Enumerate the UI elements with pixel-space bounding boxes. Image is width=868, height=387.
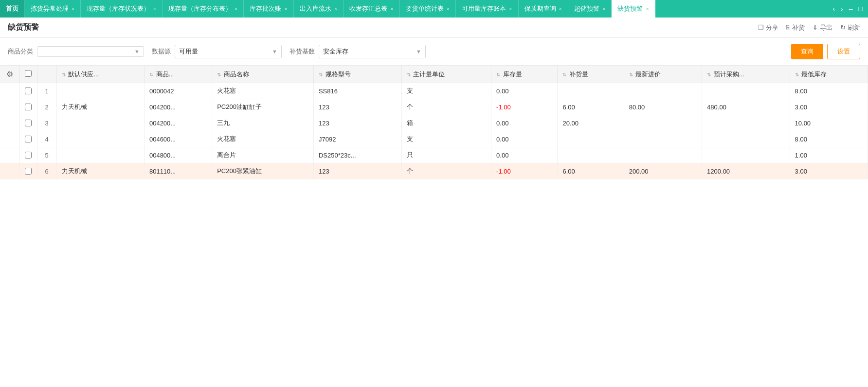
- datasource-select-arrow: ▼: [272, 49, 277, 54]
- replenish-sort-icon: ⇅: [562, 72, 566, 77]
- refresh-action[interactable]: ↻ 刷新: [840, 23, 860, 32]
- row-settings-cell: [0, 99, 19, 115]
- tab-11[interactable]: 缺货预警 ×: [612, 0, 655, 18]
- row-replenish: [558, 131, 624, 147]
- row-supplier: 力天机械: [56, 163, 144, 179]
- tab-maximize-btn[interactable]: □: [856, 4, 865, 14]
- tab-9-close[interactable]: ×: [559, 6, 562, 12]
- row-min-stock: 3.00: [790, 163, 868, 179]
- replenish-action[interactable]: ⎘ 补货: [786, 23, 805, 32]
- row-product-name: PC200张紧油缸: [212, 163, 314, 179]
- row-replenish: [558, 147, 624, 163]
- row-checkbox[interactable]: [25, 136, 32, 142]
- tab-6-label: 收发存汇总表: [349, 4, 387, 13]
- col-estimated-purchase-header[interactable]: ⇅ 预计采购...: [702, 66, 790, 83]
- tab-2-label: 现存量（库存状况表）: [87, 4, 150, 13]
- tab-home[interactable]: 首页: [0, 0, 25, 18]
- latest-price-col-label: 最新进价: [635, 70, 661, 78]
- tab-6[interactable]: 收发存汇总表 ×: [344, 0, 399, 18]
- tab-7-close[interactable]: ×: [447, 6, 450, 12]
- table-row[interactable]: 2 力天机械 004200... PC200油缸缸子 123 个 -1.00 6…: [0, 99, 868, 115]
- table-row[interactable]: 3 004200... 三九 123 箱 0.00 20.00 10.00: [0, 115, 868, 131]
- row-checkbox[interactable]: [25, 120, 32, 126]
- row-checkbox-cell[interactable]: [19, 99, 37, 115]
- tab-1-close[interactable]: ×: [72, 6, 74, 12]
- row-spec: SS816: [313, 83, 401, 99]
- tab-home-label: 首页: [6, 4, 18, 13]
- header-actions: ❐ 分享 ⎘ 补货 ⇓ 导出 ↻ 刷新: [758, 23, 860, 32]
- refresh-icon: ↻: [840, 24, 846, 31]
- row-checkbox-cell[interactable]: [19, 147, 37, 163]
- row-checkbox[interactable]: [25, 104, 32, 110]
- export-action[interactable]: ⇓ 导出: [813, 23, 832, 32]
- row-replenish: 6.00: [558, 99, 624, 115]
- row-latest-price: [624, 83, 702, 99]
- row-estimated-purchase: 1200.00: [702, 163, 790, 179]
- select-all-checkbox[interactable]: [25, 70, 32, 77]
- replenish-base-filter-group: 补货基数 安全库存 ▼: [289, 45, 426, 58]
- row-checkbox[interactable]: [25, 168, 32, 175]
- row-min-stock: 1.00: [790, 147, 868, 163]
- tab-3[interactable]: 现存量（库存分布表） ×: [163, 0, 244, 18]
- col-stock-header[interactable]: ⇅ 库存量: [491, 66, 558, 83]
- tab-6-close[interactable]: ×: [390, 6, 393, 12]
- col-checkbox-header[interactable]: [19, 66, 37, 83]
- row-stock: -1.00: [491, 163, 558, 179]
- replenish-base-select[interactable]: 安全库存 ▼: [319, 45, 426, 58]
- tab-3-close[interactable]: ×: [235, 6, 237, 12]
- tab-4[interactable]: 库存批次账 ×: [244, 0, 293, 18]
- row-index: 1: [37, 83, 56, 99]
- spec-col-label: 规格型号: [326, 70, 351, 78]
- col-product-code-header[interactable]: ⇅ 商品...: [144, 66, 212, 83]
- col-spec-header[interactable]: ⇅ 规格型号: [313, 66, 401, 83]
- share-action[interactable]: ❐ 分享: [758, 23, 778, 32]
- col-latest-price-header[interactable]: ⇅ 最新进价: [624, 66, 702, 83]
- row-checkbox-cell[interactable]: [19, 131, 37, 147]
- table-row[interactable]: 4 004600... 火花塞 J7092 支 0.00 8.00: [0, 131, 868, 147]
- col-settings[interactable]: ⚙: [0, 66, 19, 83]
- query-button[interactable]: 查询: [791, 44, 823, 59]
- row-latest-price: [624, 147, 702, 163]
- tab-8-close[interactable]: ×: [509, 6, 512, 12]
- tab-2-close[interactable]: ×: [153, 6, 156, 12]
- datasource-select[interactable]: 可用量 ▼: [175, 45, 282, 58]
- settings-gear-icon[interactable]: ⚙: [6, 70, 13, 78]
- col-supplier-header[interactable]: ⇅ 默认供应...: [56, 66, 144, 83]
- tab-4-close[interactable]: ×: [284, 6, 287, 12]
- settings-button[interactable]: 设置: [827, 44, 860, 59]
- row-checkbox-cell[interactable]: [19, 83, 37, 99]
- col-min-stock-header[interactable]: ⇅ 最低库存: [790, 66, 868, 83]
- tab-next-btn[interactable]: ›: [838, 4, 846, 14]
- col-product-name-header[interactable]: ⇅ 商品名称: [212, 66, 314, 83]
- table-row[interactable]: 5 004800... 离合片 DS250*23c... 只 0.00 1.00: [0, 147, 868, 163]
- tab-minimize-btn[interactable]: –: [847, 4, 855, 14]
- tab-7[interactable]: 要货单统计表 ×: [400, 0, 456, 18]
- replenish-base-value: 安全库存: [323, 47, 348, 56]
- replenish-label: 补货: [792, 23, 805, 32]
- category-select[interactable]: ▼: [37, 46, 144, 57]
- col-unit-header[interactable]: ⇅ 主计量单位: [401, 66, 491, 83]
- tab-1[interactable]: 拣货异常处理 ×: [25, 0, 81, 18]
- tab-9[interactable]: 保质期查询 ×: [519, 0, 568, 18]
- latest-price-sort-icon: ⇅: [629, 72, 633, 77]
- row-product-name: 离合片: [212, 147, 314, 163]
- tab-11-close[interactable]: ×: [646, 6, 649, 12]
- tab-10[interactable]: 超储预警 ×: [568, 0, 612, 18]
- supplier-sort-icon: ⇅: [62, 72, 66, 77]
- row-checkbox-cell[interactable]: [19, 115, 37, 131]
- table-row[interactable]: 6 力天机械 801110... PC200张紧油缸 123 个 -1.00 6…: [0, 163, 868, 179]
- tab-prev-btn[interactable]: ‹: [830, 4, 837, 14]
- tab-2[interactable]: 现存量（库存状况表） ×: [81, 0, 162, 18]
- row-checkbox[interactable]: [25, 88, 32, 94]
- row-product-code: 004800...: [144, 147, 212, 163]
- tab-5-close[interactable]: ×: [334, 6, 337, 12]
- tab-8[interactable]: 可用量库存账本 ×: [456, 0, 518, 18]
- filter-bar: 商品分类 ▼ 数据源 可用量 ▼ 补货基数 安全库存 ▼ 查询 设置: [0, 38, 868, 66]
- row-checkbox-cell[interactable]: [19, 163, 37, 179]
- row-checkbox[interactable]: [25, 152, 32, 158]
- table-row[interactable]: 1 0000042 火花塞 SS816 支 0.00 8.00: [0, 83, 868, 99]
- col-replenish-header[interactable]: ⇅ 补货量: [558, 66, 624, 83]
- datasource-filter-group: 数据源 可用量 ▼: [152, 45, 282, 58]
- tab-10-close[interactable]: ×: [602, 6, 605, 12]
- tab-5[interactable]: 出入库流水 ×: [294, 0, 344, 18]
